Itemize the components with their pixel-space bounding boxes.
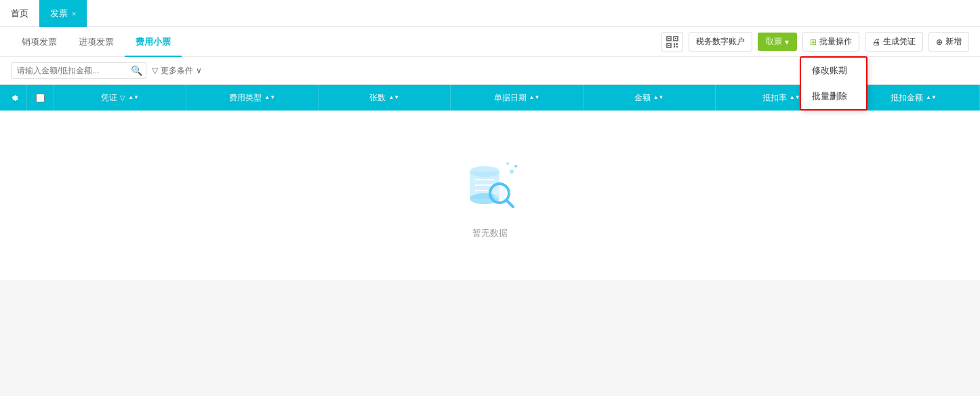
qr-scan-button[interactable] bbox=[661, 32, 683, 52]
generate-voucher-button[interactable]: 🖨 生成凭证 bbox=[865, 32, 923, 52]
more-filter-chevron-icon: ∨ bbox=[196, 66, 202, 75]
close-tab-icon[interactable]: × bbox=[72, 9, 76, 18]
svg-rect-8 bbox=[674, 45, 675, 47]
batch-dropdown-menu: 修改账期 批量删除 bbox=[800, 56, 867, 111]
th-deduction-amount[interactable]: 抵扣金额 ▲▼ bbox=[848, 85, 980, 111]
add-icon: ⊕ bbox=[936, 37, 943, 47]
th-voucher-filter-icon: ▽ bbox=[120, 94, 125, 102]
invoice-tab[interactable]: 发票 × bbox=[39, 0, 87, 27]
th-voucher[interactable]: 凭证 ▽ ▲▼ bbox=[54, 85, 186, 111]
batch-operation-button[interactable]: ⊞ 批量操作 bbox=[802, 32, 859, 52]
batch-icon: ⊞ bbox=[810, 37, 817, 47]
th-count-label: 张数 bbox=[369, 92, 386, 104]
invoice-table: 凭证 ▽ ▲▼ 费用类型 ▲▼ 张数 ▲▼ 单据日期 ▲▼ 金额 ▲▼ 抵扣率 … bbox=[0, 85, 980, 280]
tax-account-button[interactable]: 税务数字账户 bbox=[689, 32, 752, 52]
take-bill-label: 取票 bbox=[766, 36, 782, 47]
th-deduction-rate-label: 抵扣率 bbox=[762, 92, 787, 104]
svg-point-19 bbox=[510, 170, 514, 174]
settings-gear-col[interactable] bbox=[0, 85, 27, 111]
svg-rect-7 bbox=[676, 43, 678, 45]
svg-point-20 bbox=[514, 165, 517, 167]
take-bill-chevron-icon: ▾ bbox=[785, 37, 789, 47]
search-input-wrap: 🔍 bbox=[11, 62, 146, 79]
th-amount[interactable]: 金额 ▲▼ bbox=[584, 85, 716, 111]
top-nav: 首页 发票 × bbox=[0, 0, 980, 27]
home-nav-item[interactable]: 首页 bbox=[0, 7, 39, 20]
empty-state-text: 暂无数据 bbox=[472, 227, 508, 239]
add-new-button[interactable]: ⊕ 新增 bbox=[928, 32, 969, 52]
th-deduction-rate-sort-icon: ▲▼ bbox=[790, 95, 800, 100]
filter-icon: ▽ bbox=[152, 66, 158, 75]
gen-voucher-icon: 🖨 bbox=[872, 37, 880, 47]
th-amount-sort-icon: ▲▼ bbox=[653, 95, 664, 100]
th-deduction-amount-label: 抵扣金额 bbox=[891, 92, 923, 104]
gen-voucher-label: 生成凭证 bbox=[883, 36, 916, 47]
batch-delete-menu-item[interactable]: 批量删除 bbox=[801, 83, 866, 109]
batch-operation-label: 批量操作 bbox=[819, 36, 852, 47]
th-expense-type[interactable]: 费用类型 ▲▼ bbox=[186, 85, 319, 111]
select-all-checkbox[interactable] bbox=[36, 94, 45, 102]
th-date-sort-icon: ▲▼ bbox=[529, 95, 540, 100]
th-amount-label: 金额 bbox=[634, 92, 651, 104]
svg-rect-6 bbox=[674, 43, 675, 45]
th-expense-type-sort-icon: ▲▼ bbox=[264, 95, 275, 100]
search-icon[interactable]: 🔍 bbox=[131, 65, 142, 76]
th-expense-type-label: 费用类型 bbox=[229, 92, 262, 104]
sub-nav: 销项发票 进项发票 费用小票 税务数字账户 bbox=[0, 27, 980, 57]
search-input[interactable] bbox=[11, 62, 146, 79]
sub-nav-label-expense: 费用小票 bbox=[136, 36, 171, 48]
take-bill-button[interactable]: 取票 ▾ bbox=[758, 33, 797, 51]
svg-rect-3 bbox=[675, 38, 676, 39]
sub-nav-item-expense-receipt[interactable]: 费用小票 bbox=[125, 27, 182, 57]
qr-icon bbox=[666, 36, 678, 48]
svg-rect-1 bbox=[668, 38, 670, 39]
modify-period-menu-item[interactable]: 修改账期 bbox=[801, 58, 866, 83]
toolbar-right: 税务数字账户 取票 ▾ ⊞ 批量操作 修改账期 批量删除 🖨 生成凭证 ⊕ 新增 bbox=[661, 32, 969, 52]
settings-gear-icon bbox=[8, 92, 19, 103]
th-count[interactable]: 张数 ▲▼ bbox=[319, 85, 451, 111]
th-voucher-label: 凭证 bbox=[101, 92, 117, 104]
more-filter-button[interactable]: ▽ 更多条件 ∨ bbox=[152, 65, 202, 77]
th-count-sort-icon: ▲▼ bbox=[388, 95, 399, 100]
th-date[interactable]: 单据日期 ▲▼ bbox=[451, 85, 583, 111]
tax-account-label: 税务数字账户 bbox=[696, 37, 745, 46]
th-voucher-sort-icon: ▲▼ bbox=[128, 95, 139, 100]
empty-state-illustration bbox=[456, 151, 524, 219]
svg-rect-9 bbox=[676, 46, 678, 47]
toolbar-left: 🔍 ▽ 更多条件 ∨ bbox=[11, 62, 202, 79]
sub-nav-item-purchase-invoice[interactable]: 进项发票 bbox=[68, 27, 125, 57]
svg-point-17 bbox=[493, 187, 506, 199]
sub-nav-item-sales-invoice[interactable]: 销项发票 bbox=[11, 27, 68, 57]
select-all-col[interactable] bbox=[27, 85, 54, 111]
th-date-label: 单据日期 bbox=[494, 92, 527, 104]
svg-point-21 bbox=[506, 162, 509, 165]
invoice-tab-label: 发票 bbox=[50, 7, 68, 20]
more-filter-label: 更多条件 bbox=[161, 65, 193, 77]
add-new-label: 新增 bbox=[945, 36, 962, 47]
empty-state: 暂无数据 bbox=[0, 111, 980, 280]
svg-rect-5 bbox=[668, 45, 670, 46]
sub-nav-label-purchase: 进项发票 bbox=[79, 36, 114, 48]
svg-line-18 bbox=[506, 200, 513, 207]
sub-nav-label-sales: 销项发票 bbox=[22, 36, 57, 48]
th-deduction-amount-sort-icon: ▲▼ bbox=[926, 95, 937, 100]
